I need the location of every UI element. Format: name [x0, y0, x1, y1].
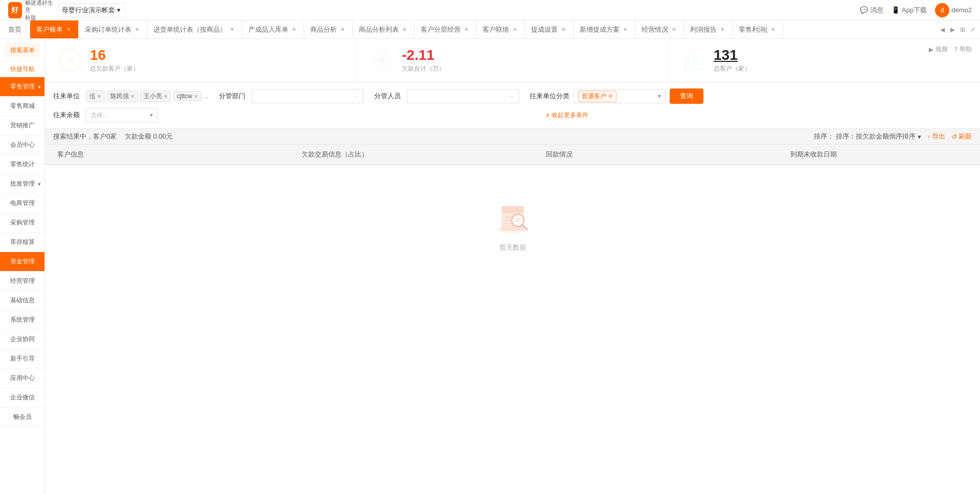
- total-customers-value: 131: [714, 48, 750, 62]
- nav-right-arrow[interactable]: ▶: [947, 25, 958, 35]
- category-chevron: ▾: [658, 93, 661, 100]
- sidebar-item-retail[interactable]: 零售管理: [0, 77, 44, 97]
- sidebar-item-operations[interactable]: 经营管理: [0, 272, 44, 291]
- sidebar-item-basic-info[interactable]: 基础信息: [0, 291, 44, 310]
- balance-label: 往来余额: [53, 110, 82, 120]
- close-tab-connect[interactable]: ✕: [511, 26, 518, 33]
- content-area: ¥ 16 总欠款客户（家） ✦: [45, 39, 980, 494]
- close-tab-operations[interactable]: ✕: [670, 26, 677, 33]
- sidebar-item-new-guide[interactable]: 新手引导: [0, 349, 44, 369]
- tab-promotion-settings[interactable]: 提成设置 ✕: [525, 20, 574, 39]
- close-tab-new-promotion[interactable]: ✕: [622, 26, 629, 33]
- sidebar-item-enterprise[interactable]: 企业协同: [0, 330, 44, 349]
- nav-fullscreen-icon[interactable]: ⤢: [968, 25, 978, 35]
- sidebar-item-purchase[interactable]: 采购管理: [0, 213, 44, 233]
- sidebar-item-ecommerce[interactable]: 电商管理: [0, 194, 44, 213]
- refresh-button[interactable]: ↺ 刷新: [951, 132, 972, 141]
- help-icon: ?: [954, 46, 958, 53]
- sidebar-item-inventory[interactable]: 库存核算: [0, 233, 44, 252]
- user-avatar[interactable]: d demo2: [935, 3, 972, 17]
- tab-customer-account[interactable]: 客户账本 ✕: [30, 20, 79, 39]
- logo-area: 好 畅捷通好生意 标版: [8, 0, 53, 21]
- total-debt-label: 欠款合计（万）: [402, 64, 445, 73]
- query-button[interactable]: 查询: [670, 88, 703, 104]
- sidebar-item-member[interactable]: 会员中心: [0, 136, 44, 155]
- nav-left-arrow[interactable]: ◀: [937, 25, 947, 35]
- remove-tag-wang[interactable]: ✕: [164, 94, 168, 99]
- video-link[interactable]: ▶ 视频: [929, 45, 948, 54]
- app-download-button[interactable]: 📱 App下载: [892, 6, 927, 15]
- close-tab-purchase[interactable]: ✕: [133, 26, 141, 33]
- sidebar-item-vip[interactable]: 畅会员: [0, 408, 44, 427]
- video-icon: ▶: [929, 46, 933, 53]
- selected-category-tag[interactable]: 普通客户 ✕: [578, 91, 617, 102]
- sidebar-item-enterprise-wechat[interactable]: 企业微信: [0, 388, 44, 408]
- filter-tag-cjttcw[interactable]: cjttcw ✕: [173, 91, 201, 101]
- sidebar-item-wholesale[interactable]: 批发管理: [0, 174, 44, 194]
- refresh-icon: ↺: [951, 133, 957, 141]
- filter-tag-wu[interactable]: 伍 ✕: [86, 91, 105, 102]
- remove-tag-cjttcw[interactable]: ✕: [194, 94, 198, 99]
- app-icon: 📱: [892, 6, 900, 14]
- col-header-debt: 欠款交易信息（占比）: [298, 145, 542, 164]
- close-tab-instock[interactable]: ✕: [290, 26, 298, 33]
- collapse-button[interactable]: ∧ 收起更多条件: [541, 109, 592, 122]
- tab-home[interactable]: 首页: [0, 20, 30, 39]
- logo-icon: 好: [8, 2, 22, 18]
- tab-profit-report[interactable]: 利润报告 ✕: [684, 20, 733, 39]
- sidebar-item-retail-mall[interactable]: 零售商城: [0, 97, 44, 116]
- sidebar-item-marketing[interactable]: 营销推广: [0, 116, 44, 136]
- remove-tag-wu[interactable]: ✕: [97, 94, 101, 99]
- org-name: 母婴行业演示帐套: [62, 6, 115, 15]
- sidebar-item-app-center[interactable]: 应用中心: [0, 369, 44, 388]
- nav-expand-icon[interactable]: ⊞: [958, 25, 968, 35]
- org-selector[interactable]: 母婴行业演示帐套 ▾: [57, 3, 125, 17]
- help-link[interactable]: ? 帮助: [954, 45, 972, 54]
- tab-purchase-order-stats[interactable]: 采购订单统计表 ✕: [79, 20, 147, 39]
- remove-tag-chen[interactable]: ✕: [130, 94, 134, 99]
- sort-chevron: ▾: [918, 133, 921, 141]
- close-tab-segment[interactable]: ✕: [463, 26, 470, 33]
- empty-icon: [487, 196, 538, 237]
- filter-tag-chen[interactable]: 陈民强 ✕: [107, 91, 138, 102]
- sort-select[interactable]: 排序： 排序：按欠款金额倒序排序 ▾: [814, 132, 921, 141]
- tab-customer-segment[interactable]: 客户分层经营 ✕: [415, 20, 476, 39]
- stat-card-total-customers: 131 总客户（家） ▶ 视频 ? 帮助: [669, 39, 980, 82]
- dept-select[interactable]: ···: [252, 89, 364, 103]
- tab-product-instock[interactable]: 产成品入库单 ✕: [242, 20, 304, 39]
- tab-retail-profit[interactable]: 零售利润( ✕: [733, 20, 783, 39]
- more-tags-icon[interactable]: ...: [203, 93, 209, 100]
- close-tab-inbound[interactable]: ✕: [229, 26, 236, 33]
- tab-operations[interactable]: 经营情况 ✕: [635, 20, 684, 39]
- message-button[interactable]: 💬 消息: [860, 6, 883, 15]
- quick-nav-button[interactable]: 快捷导航: [0, 62, 44, 77]
- svg-text:¥: ¥: [67, 54, 74, 65]
- empty-text: 暂无数据: [499, 243, 526, 252]
- close-tab-product-analysis[interactable]: ✕: [339, 26, 346, 33]
- sidebar-item-capital[interactable]: 资金管理: [0, 252, 44, 272]
- balance-select[interactable]: 选择... ▾: [86, 108, 157, 122]
- person-select[interactable]: ···: [407, 89, 519, 103]
- stat-content-total-debtors: 16 总欠款客户（家）: [90, 48, 139, 73]
- export-button[interactable]: ↑ 导出: [927, 132, 946, 141]
- svg-rect-12: [502, 206, 524, 213]
- remove-category[interactable]: ✕: [608, 93, 613, 100]
- export-icon: ↑: [927, 133, 931, 141]
- tab-purchase-stats-by-product[interactable]: 进货单统计表（按商品） ✕: [147, 20, 242, 39]
- close-tab-product-list[interactable]: ✕: [401, 26, 408, 33]
- tab-product-analysis-list[interactable]: 商品分析列表 ✕: [353, 20, 415, 39]
- sidebar-item-system[interactable]: 系统管理: [0, 310, 44, 330]
- close-tab-profit[interactable]: ✕: [719, 26, 726, 33]
- close-tab-customer-account[interactable]: ✕: [65, 26, 72, 33]
- tab-new-promotion[interactable]: 新增提成方案 ✕: [574, 20, 635, 39]
- category-select[interactable]: 普通客户 ✕ ▾: [574, 89, 666, 103]
- table-header: 客户信息 欠款交易信息（占比） 回款情况 到期未收款日期: [45, 145, 980, 165]
- tab-customer-connect[interactable]: 客户联络 ✕: [476, 20, 525, 39]
- sidebar-item-retail-stats[interactable]: 零售统计: [0, 155, 44, 174]
- close-tab-retail[interactable]: ✕: [769, 26, 777, 33]
- search-menu-button[interactable]: 搜索菜单: [4, 43, 40, 57]
- empty-state: 暂无数据: [45, 165, 980, 283]
- filter-tag-wang[interactable]: 王小亮 ✕: [140, 91, 171, 102]
- tab-product-analysis[interactable]: 商品分析 ✕: [304, 20, 353, 39]
- close-tab-promotion[interactable]: ✕: [560, 26, 567, 33]
